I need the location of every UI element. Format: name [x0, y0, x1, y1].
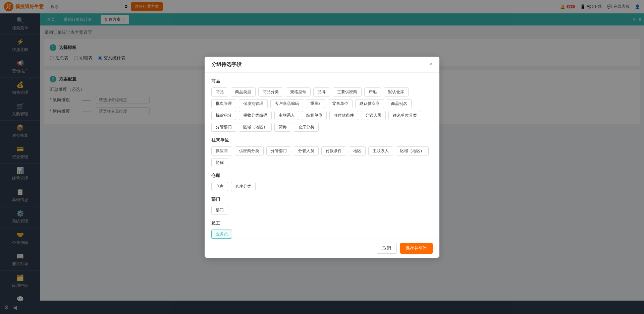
field-tag-short-name[interactable]: 简称 [274, 123, 291, 132]
field-tag-warehouse[interactable]: 仓库 [211, 182, 228, 191]
field-tag-brand[interactable]: 品牌 [313, 87, 330, 97]
field-tag-pick-points[interactable]: 拣货积分 [211, 111, 236, 120]
field-tag-retail-unit[interactable]: 零售单位 [328, 99, 353, 108]
field-tag-salesperson[interactable]: 业务员 [211, 230, 232, 239]
field-tag-warehouse-cat[interactable]: 仓库分类 [231, 182, 256, 191]
field-tag-dept[interactable]: 部门 [211, 206, 228, 215]
field-tag-dept-manage[interactable]: 分管部门 [211, 123, 236, 132]
field-tag-warehouse-category[interactable]: 仓库分类 [294, 123, 319, 132]
field-tag-partner-short[interactable]: 简称 [211, 158, 228, 167]
field-tag-area[interactable]: 地区 [349, 146, 366, 155]
field-tag-weight[interactable]: 重量3 [306, 99, 325, 108]
field-tag-main-supplier[interactable]: 主要供应商 [333, 87, 362, 97]
field-tag-tax-code[interactable]: 税收分类编码 [239, 111, 272, 120]
field-tag-partner-dept[interactable]: 分管部门 [266, 146, 291, 155]
field-tag-goods-type[interactable]: 商品类型 [231, 87, 256, 97]
modal-overlay: 分组待选字段 × 商品 商品 商品类型 商品分类 规格型号 品牌 主要供应商 产… [0, 0, 644, 301]
field-tag-supplier[interactable]: 供应商 [211, 146, 232, 155]
field-tag-default-supplier[interactable]: 默认供应商 [355, 99, 384, 108]
section-partner-tags: 供应商 供应商分类 分管部门 分管人员 付款条件 地区 主联系人 区域（地区） … [211, 146, 433, 167]
field-tag-goods-category[interactable]: 商品分类 [258, 87, 283, 97]
section-partner-title: 往来单位 [211, 137, 433, 143]
field-tag-partner-manager[interactable]: 分管人员 [294, 146, 319, 155]
field-tag-partner-region[interactable]: 区域（地区） [396, 146, 429, 155]
section-warehouse: 仓库 仓库 仓库分类 [211, 173, 433, 191]
section-partner: 往来单位 供应商 供应商分类 分管部门 分管人员 付款条件 地区 主联系人 区域… [211, 137, 433, 167]
field-tag-payment-cond[interactable]: 付款条件 [321, 146, 346, 155]
field-tag-manager[interactable]: 分管人员 [361, 111, 386, 120]
modal-close-btn[interactable]: × [429, 61, 433, 67]
field-tag-main-contact[interactable]: 主联系人 [274, 111, 299, 120]
field-tag-goods[interactable]: 商品 [211, 87, 228, 97]
field-tag-partner-contact[interactable]: 主联系人 [368, 146, 393, 155]
modal-title: 分组待选字段 [211, 61, 241, 68]
field-tag-default-warehouse[interactable]: 默认仓库 [384, 87, 409, 97]
section-goods-title: 商品 [211, 78, 433, 84]
section-employee-tags: 业务员 [211, 230, 433, 239]
field-tag-origin[interactable]: 产地 [364, 87, 381, 97]
modal-body: 商品 商品 商品类型 商品分类 规格型号 品牌 主要供应商 产地 默认仓库 批次… [205, 73, 439, 239]
field-tag-shelf-life[interactable]: 保质期管理 [239, 99, 268, 108]
field-tag-customer-code[interactable]: 客户商品编码 [270, 99, 303, 108]
section-warehouse-title: 仓库 [211, 173, 433, 179]
modal-confirm-btn[interactable]: 保存并查询 [400, 243, 433, 254]
field-tag-settlement-unit[interactable]: 结算单位 [302, 111, 327, 120]
modal-cancel-btn[interactable]: 取消 [377, 243, 397, 254]
field-tag-partner-category[interactable]: 往来单位分类 [388, 111, 421, 120]
field-tag-payment-terms[interactable]: 收付款条件 [329, 111, 358, 120]
section-employee-title: 员工 [211, 220, 433, 226]
section-goods: 商品 商品 商品类型 商品分类 规格型号 品牌 主要供应商 产地 默认仓库 批次… [211, 78, 433, 132]
section-goods-tags: 商品 商品类型 商品分类 规格型号 品牌 主要供应商 产地 默认仓库 批次管理 … [211, 87, 433, 132]
field-tag-goods-alias[interactable]: 商品别名 [387, 99, 412, 108]
field-tag-region[interactable]: 区域（地区） [239, 123, 272, 132]
field-tag-spec-type[interactable]: 规格型号 [286, 87, 311, 97]
field-tag-batch-manage[interactable]: 批次管理 [211, 99, 236, 108]
modal: 分组待选字段 × 商品 商品 商品类型 商品分类 规格型号 品牌 主要供应商 产… [205, 57, 439, 258]
section-dept-title: 部门 [211, 196, 433, 202]
section-warehouse-tags: 仓库 仓库分类 [211, 182, 433, 191]
section-dept-tags: 部门 [211, 206, 433, 215]
section-dept: 部门 部门 [211, 196, 433, 215]
field-tag-supplier-category[interactable]: 供应商分类 [235, 146, 264, 155]
modal-header: 分组待选字段 × [205, 57, 439, 73]
modal-footer: 取消 保存并查询 [205, 239, 439, 258]
section-employee: 员工 业务员 [211, 220, 433, 239]
